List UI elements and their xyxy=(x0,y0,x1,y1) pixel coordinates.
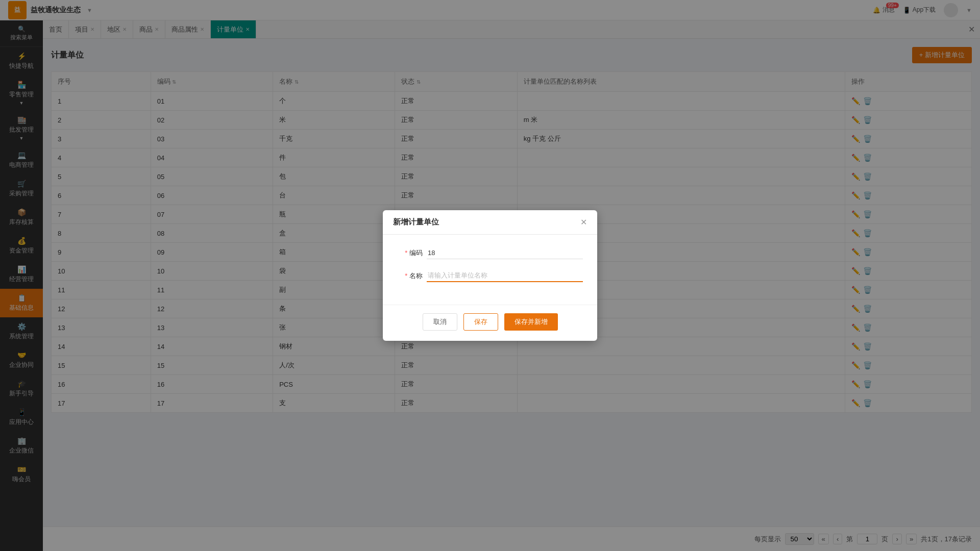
modal-overlay[interactable]: 新增计量单位 ✕ 编码 名称 取消 保存 保存并新增 xyxy=(0,0,980,551)
modal-title: 新增计量单位 xyxy=(393,217,439,227)
modal-header: 新增计量单位 ✕ xyxy=(383,210,597,235)
save-button[interactable]: 保存 xyxy=(463,313,498,331)
code-label: 编码 xyxy=(397,248,423,258)
name-input[interactable] xyxy=(427,269,583,282)
cancel-button[interactable]: 取消 xyxy=(423,313,457,331)
add-unit-modal: 新增计量单位 ✕ 编码 名称 取消 保存 保存并新增 xyxy=(383,210,597,341)
save-and-new-button[interactable]: 保存并新增 xyxy=(504,313,558,331)
form-row-name: 名称 xyxy=(397,269,583,282)
modal-close-button[interactable]: ✕ xyxy=(580,217,587,227)
name-label: 名称 xyxy=(397,271,423,281)
modal-body: 编码 名称 xyxy=(383,235,597,305)
modal-footer: 取消 保存 保存并新增 xyxy=(383,305,597,341)
code-input[interactable] xyxy=(427,247,583,259)
form-row-code: 编码 xyxy=(397,247,583,259)
